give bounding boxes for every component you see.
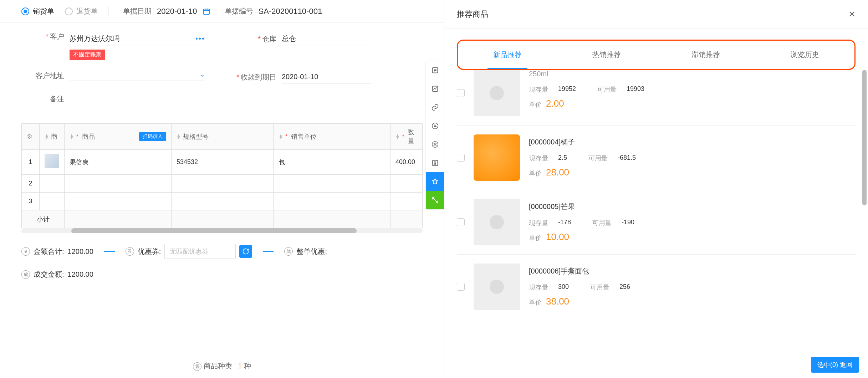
more-dots-icon[interactable]: ••• xyxy=(195,35,205,43)
panel-title: 推荐商品 xyxy=(457,9,488,20)
rec-item[interactable]: [0000006]手撕面包现存量300可用量256单价38.00 xyxy=(457,255,856,319)
warehouse-select[interactable]: 总仓 xyxy=(282,32,371,46)
yen-icon: ¥ xyxy=(21,247,30,256)
rec-item[interactable]: [0000004]橘子现存量2.5可用量-681.5单价28.00 xyxy=(457,126,856,190)
tool-cancel-icon[interactable] xyxy=(426,135,444,154)
account-period-badge: 不固定账期 xyxy=(70,50,105,60)
col-qty[interactable]: ▲▼*数量 xyxy=(390,124,423,150)
rec-item[interactable]: 250ml现存量19952可用量19903单价2.00 xyxy=(457,70,856,126)
tab-return-order[interactable]: 退货单 xyxy=(65,6,98,16)
discount-icon: 优 xyxy=(284,247,293,256)
line-items-table: ⚙ ▲▼商 ▲▼*商品扫码录入 ▲▼规格型号 ▲▼*销售单位 ▲▼*数量 1果倍… xyxy=(21,123,423,228)
addr-label: 客户地址 xyxy=(21,71,64,81)
svg-point-8 xyxy=(490,280,504,294)
recommended-products-panel: 推荐商品 ✕ 新品推荐热销推荐滞销推荐浏览历史 250ml现存量19952可用量… xyxy=(444,0,868,378)
whole-discount: 优 整单优惠: xyxy=(284,247,327,256)
due-date-input[interactable]: 2020-01-10 xyxy=(282,71,371,83)
horizontal-scrollbar[interactable] xyxy=(21,228,423,233)
bag-icon: 袋 xyxy=(193,362,201,371)
due-label: 收款到期日 xyxy=(241,73,276,81)
svg-rect-0 xyxy=(203,9,209,14)
svg-point-3 xyxy=(432,123,438,129)
tool-expand-icon[interactable] xyxy=(426,191,444,209)
product-image xyxy=(474,199,520,245)
rec-item-name: [0000006]手撕面包 xyxy=(529,266,856,276)
recommendation-tabs: 新品推荐热销推荐滞销推荐浏览历史 xyxy=(457,40,856,70)
amount-total: ¥ 金额合计: 1200.00 xyxy=(21,247,93,256)
col-spec[interactable]: ▲▼规格型号 xyxy=(172,124,274,150)
table-row[interactable]: 1果倍爽534532包400.00 xyxy=(22,150,423,175)
col-merchant[interactable]: ▲▼商 xyxy=(40,124,65,150)
side-toolbar xyxy=(425,61,444,210)
calendar-icon[interactable] xyxy=(203,7,210,15)
rec-checkbox[interactable] xyxy=(457,218,465,226)
table-row[interactable]: 2 xyxy=(22,175,423,193)
tool-chart-icon[interactable] xyxy=(426,80,444,98)
col-product[interactable]: ▲▼*商品扫码录入 xyxy=(65,124,172,150)
rec-tab-1[interactable]: 热销推荐 xyxy=(557,44,656,66)
tab-sales-order[interactable]: 销货单 xyxy=(21,6,54,16)
tool-link-icon[interactable] xyxy=(426,98,444,117)
rec-item-name: [0000004]橘子 xyxy=(529,137,856,147)
col-unit[interactable]: ▲▼*销售单位 xyxy=(274,124,390,150)
product-image xyxy=(474,70,520,116)
footer-summary: 袋 商品种类 : 1 种 xyxy=(0,361,444,371)
sales-order-form: 销货单 退货单 单据日期 2020-01-10 单据编号 SA-20200110… xyxy=(0,0,444,378)
vertical-scrollbar[interactable] xyxy=(862,70,867,205)
remark-label: 备注 xyxy=(21,94,64,104)
rec-tab-0[interactable]: 新品推荐 xyxy=(458,44,557,66)
svg-point-6 xyxy=(490,86,504,100)
product-image xyxy=(474,264,520,310)
recommendation-list: 250ml现存量19952可用量19903单价2.00[0000004]橘子现存… xyxy=(444,70,868,352)
rec-item-name: [0000005]芒果 xyxy=(529,202,856,211)
refresh-button[interactable] xyxy=(239,245,252,258)
product-thumb-icon xyxy=(45,154,59,168)
deal-icon: 成 xyxy=(21,270,30,279)
minus-icon xyxy=(104,251,115,252)
tool-yen-icon[interactable] xyxy=(426,154,444,172)
close-icon[interactable]: ✕ xyxy=(848,9,856,19)
product-image xyxy=(474,134,520,181)
tool-list-icon[interactable] xyxy=(426,61,444,80)
doc-date-field[interactable]: 单据日期 2020-01-10 xyxy=(123,6,210,16)
rec-item-name: 250ml xyxy=(529,70,856,78)
tool-swap-icon[interactable] xyxy=(426,117,444,135)
rec-item[interactable]: [0000005]芒果现存量-178可用量-190单价10.00 xyxy=(457,190,856,255)
customer-input[interactable]: 苏州万达沃尔玛 ••• xyxy=(70,32,205,46)
settings-column[interactable]: ⚙ xyxy=(22,124,40,150)
chevron-down-icon xyxy=(199,73,205,78)
selected-return-button[interactable]: 选中(0) 返回 xyxy=(811,357,859,373)
tab-label: 退货单 xyxy=(76,6,98,16)
warehouse-label: 仓库 xyxy=(262,35,276,43)
rec-tab-3[interactable]: 浏览历史 xyxy=(755,44,854,66)
coupon-icon: 券 xyxy=(126,247,134,256)
table-row[interactable]: 3 xyxy=(22,193,423,210)
rec-checkbox[interactable] xyxy=(457,154,465,162)
coupon-field: 券 优惠券: 无匹配优惠券 xyxy=(126,244,252,259)
customer-label: 客户 xyxy=(50,32,64,40)
tab-label: 销货单 xyxy=(33,6,54,16)
rec-checkbox[interactable] xyxy=(457,89,465,97)
coupon-input[interactable]: 无匹配优惠券 xyxy=(164,244,236,259)
svg-point-7 xyxy=(490,215,504,229)
subtotal-row: 小计 xyxy=(22,210,423,228)
addr-select[interactable] xyxy=(70,71,205,81)
gear-icon: ⚙ xyxy=(27,133,32,140)
doc-no-field: 单据编号 SA-20200110-001 xyxy=(225,6,322,16)
remark-input[interactable] xyxy=(70,97,284,101)
minus-icon xyxy=(263,251,274,252)
rec-tab-2[interactable]: 滞销推荐 xyxy=(656,44,755,66)
scan-input-button[interactable]: 扫码录入 xyxy=(139,132,166,141)
rec-checkbox[interactable] xyxy=(457,283,465,291)
deal-amount: 成 成交金额: 1200.00 xyxy=(21,270,93,279)
tool-star-icon[interactable] xyxy=(426,172,444,191)
doc-header: 销货单 退货单 单据日期 2020-01-10 单据编号 SA-20200110… xyxy=(0,0,444,23)
